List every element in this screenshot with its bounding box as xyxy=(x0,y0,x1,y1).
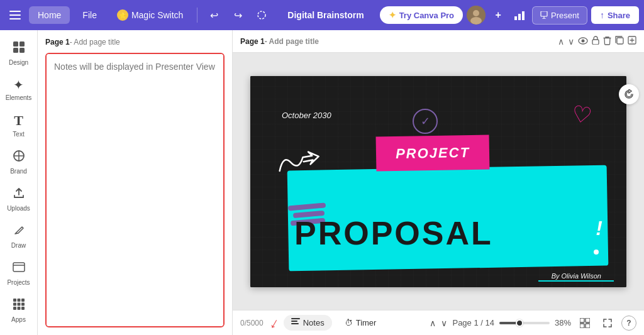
timer-tab-label: Timer xyxy=(356,318,377,327)
slide-down-icon[interactable]: ∨ xyxy=(568,36,574,47)
svg-rect-31 xyxy=(617,38,623,44)
svg-point-6 xyxy=(470,17,482,25)
notes-textarea-wrapper xyxy=(45,53,225,327)
add-people-button[interactable]: + xyxy=(489,6,507,24)
sidebar-item-design[interactable]: Design xyxy=(3,35,35,70)
sidebar-item-draw[interactable]: Draw xyxy=(3,218,35,253)
svg-rect-14 xyxy=(19,41,25,47)
notes-tab[interactable]: Notes xyxy=(284,315,332,331)
proposal-text: PROPOSAL xyxy=(294,217,601,250)
draw-label: Draw xyxy=(11,242,26,249)
page-down-button[interactable]: ∨ xyxy=(441,318,447,328)
sidebar-item-brand[interactable]: Brand xyxy=(3,144,35,178)
slide-exclamation-icon: ! xyxy=(596,217,602,240)
svg-rect-19 xyxy=(13,299,16,302)
magic-switch-label: Magic Switch xyxy=(131,10,183,20)
topnav-right-actions: ✦ Try Canva Pro + Present ↑ Share xyxy=(380,6,639,25)
svg-rect-39 xyxy=(586,324,590,328)
share-button[interactable]: ↑ Share xyxy=(591,6,639,24)
sidebar-item-apps[interactable]: Apps xyxy=(3,292,35,327)
slide-author: By Olivia Wilson xyxy=(552,272,601,280)
refresh-button[interactable] xyxy=(619,84,639,104)
zoom-value: 38% xyxy=(555,318,571,327)
svg-rect-22 xyxy=(13,303,16,306)
svg-rect-18 xyxy=(13,263,25,272)
present-button[interactable]: Present xyxy=(532,6,587,25)
svg-rect-36 xyxy=(580,318,584,322)
svg-rect-0 xyxy=(9,11,21,12)
share-label: Share xyxy=(608,11,630,20)
slide-up-icon[interactable]: ∧ xyxy=(558,36,564,47)
canvas-header: Page 1- Add page title ∧ ∨ xyxy=(233,30,644,53)
eye-toggle-icon[interactable] xyxy=(578,36,588,47)
help-button[interactable]: ? xyxy=(621,316,636,331)
slider-track[interactable] xyxy=(499,322,550,324)
svg-rect-7 xyxy=(514,16,517,20)
sidebar-item-elements[interactable]: ✦ Elements xyxy=(3,72,35,105)
page-indicator: Page 1 / 14 xyxy=(452,318,494,327)
lock-icon[interactable] xyxy=(592,36,599,47)
text-label: Text xyxy=(13,131,24,138)
notes-textarea[interactable] xyxy=(47,54,223,326)
project-text: PROJECT xyxy=(396,144,470,162)
svg-rect-30 xyxy=(592,40,599,45)
hamburger-menu-icon[interactable] xyxy=(5,5,25,25)
canvas-body[interactable]: PROJECT October 2030 ✓ ♡ xyxy=(233,53,644,310)
brand-icon xyxy=(12,149,26,166)
main-layout: Design ✦ Elements T Text Brand Uploads xyxy=(0,30,644,335)
slide-dot xyxy=(594,250,599,255)
sync-button[interactable] xyxy=(252,5,272,25)
sidebar-item-text[interactable]: T Text xyxy=(3,107,35,141)
text-icon: T xyxy=(14,113,23,129)
analytics-icon[interactable] xyxy=(511,6,528,24)
svg-rect-2 xyxy=(9,18,21,19)
notes-tab-icon xyxy=(291,318,300,327)
delete-icon[interactable] xyxy=(603,36,611,47)
nav-divider xyxy=(197,8,197,23)
fullscreen-button[interactable] xyxy=(599,314,616,332)
brand-label: Brand xyxy=(10,168,27,175)
svg-point-29 xyxy=(582,39,585,42)
slide-author-underline xyxy=(538,280,614,282)
document-title: Digital Brainstorm xyxy=(287,10,364,20)
zoom-slider[interactable] xyxy=(499,322,550,324)
sidebar-item-uploads[interactable]: Uploads xyxy=(3,181,35,216)
page-up-button[interactable]: ∧ xyxy=(430,318,436,328)
bottom-bar: 0/5000 ↓ Notes ⏱ Timer ∧ ∨ Page 1 / 14 xyxy=(233,310,644,335)
undo-button[interactable]: ↩ xyxy=(204,5,224,25)
slider-thumb[interactable] xyxy=(516,319,523,327)
magic-switch-button[interactable]: ⭐ Magic Switch xyxy=(109,6,191,25)
share-icon: ↑ xyxy=(600,10,604,20)
user-avatar[interactable] xyxy=(467,6,486,25)
elements-icon: ✦ xyxy=(13,77,24,92)
home-tab[interactable]: Home xyxy=(29,6,70,24)
redo-button[interactable]: ↪ xyxy=(228,5,248,25)
uploads-icon xyxy=(12,186,26,203)
elements-label: Elements xyxy=(6,94,32,101)
svg-rect-26 xyxy=(17,307,20,310)
timer-tab[interactable]: ⏱ Timer xyxy=(337,315,384,331)
notes-page-label: Page 1- Add page title xyxy=(45,38,225,47)
svg-rect-34 xyxy=(291,321,297,322)
grid-view-button[interactable] xyxy=(576,314,594,332)
duplicate-page-icon[interactable] xyxy=(615,36,624,47)
slide-preview[interactable]: PROJECT October 2030 ✓ ♡ xyxy=(250,76,626,287)
projects-icon xyxy=(12,260,26,277)
sidebar-item-projects[interactable]: Projects xyxy=(3,255,35,290)
canvas-page-label: Page 1- Add page title xyxy=(240,37,319,46)
svg-rect-1 xyxy=(9,14,21,16)
svg-point-3 xyxy=(258,11,265,19)
char-count: 0/5000 xyxy=(240,319,264,327)
svg-rect-9 xyxy=(522,11,525,20)
svg-rect-20 xyxy=(17,299,20,302)
try-pro-button[interactable]: ✦ Try Canva Pro xyxy=(380,6,463,24)
svg-rect-13 xyxy=(13,41,18,47)
apps-icon xyxy=(12,297,26,314)
svg-rect-24 xyxy=(21,303,25,306)
add-to-icon[interactable] xyxy=(628,36,636,47)
apps-label: Apps xyxy=(11,316,26,323)
svg-point-5 xyxy=(473,10,479,16)
present-label: Present xyxy=(551,11,579,20)
file-tab[interactable]: File xyxy=(74,6,106,24)
svg-rect-23 xyxy=(17,303,20,306)
